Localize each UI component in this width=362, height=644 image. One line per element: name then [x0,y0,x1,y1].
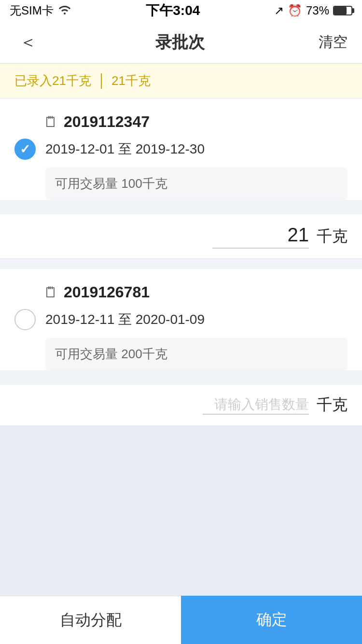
status-right: ↗ ⏰ 73% [274,4,352,17]
batch-1-amount-row: 21 千克 [0,214,362,258]
batch-2-header: 🗒 2019126781 [14,283,348,301]
batch-1-availability: 可用交易量 100千克 [45,168,348,200]
carrier-text: 无SIM卡 [10,3,54,18]
info-banner: 已录入21千克 21千克 [0,64,362,98]
clear-button[interactable]: 清空 [319,32,348,52]
wifi-icon [57,4,72,17]
bottom-bar: 自动分配 确定 [0,596,362,644]
batch-2-date: 2019-12-11 至 2020-01-09 [45,310,205,329]
confirm-button[interactable]: 确定 [181,596,362,644]
auto-distribute-button[interactable]: 自动分配 [0,596,181,644]
batch-2-underline [203,414,309,415]
batch-2-unit: 千克 [317,394,348,416]
batch-1-radio[interactable] [14,139,36,160]
batch-2-radio[interactable] [14,309,36,330]
batch-2-id: 2019126781 [64,283,150,301]
alarm-icon: ⏰ [288,4,302,17]
batch-2-icon: 🗒 [43,284,58,301]
batch-2-availability: 可用交易量 200千克 [45,338,348,370]
batch-1-amount-value: 21 [288,224,309,246]
batch-card-1: 🗒 2019112347 2019-12-01 至 2019-12-30 可用交… [0,98,362,200]
status-left: 无SIM卡 [10,3,72,18]
batch-2-input-placeholder[interactable]: 请输入销售数量 [214,395,309,414]
batch-1-date-row: 2019-12-01 至 2019-12-30 [14,139,348,160]
batch-1-header: 🗒 2019112347 [14,113,348,131]
batch-1-date: 2019-12-01 至 2019-12-30 [45,140,205,158]
batch-1-unit: 千克 [317,226,348,247]
batch-2-date-row: 2019-12-11 至 2020-01-09 [14,309,348,330]
batch-1-id: 2019112347 [64,113,150,131]
batch-2-input-row: 请输入销售数量 千克 [0,385,362,425]
status-bar: 无SIM卡 下午3:04 ↗ ⏰ 73% [0,0,362,21]
info-label: 已录入21千克 [14,72,91,89]
nav-bar: ＜ 录批次 清空 [0,21,362,64]
info-value: 21千克 [111,72,151,89]
status-time: 下午3:04 [146,1,200,20]
page-title: 录批次 [155,31,205,54]
battery-percent: 73% [306,4,329,17]
separator-1 [0,258,362,259]
batch-1-underline [212,248,309,249]
batch-1-icon: 🗒 [43,114,58,130]
battery-icon [333,6,352,15]
back-button[interactable]: ＜ [14,26,42,59]
gps-icon: ↗ [274,4,284,17]
gray-area [0,425,362,609]
batch-card-2: 🗒 2019126781 2019-12-11 至 2020-01-09 可用交… [0,269,362,370]
info-divider [101,73,102,89]
